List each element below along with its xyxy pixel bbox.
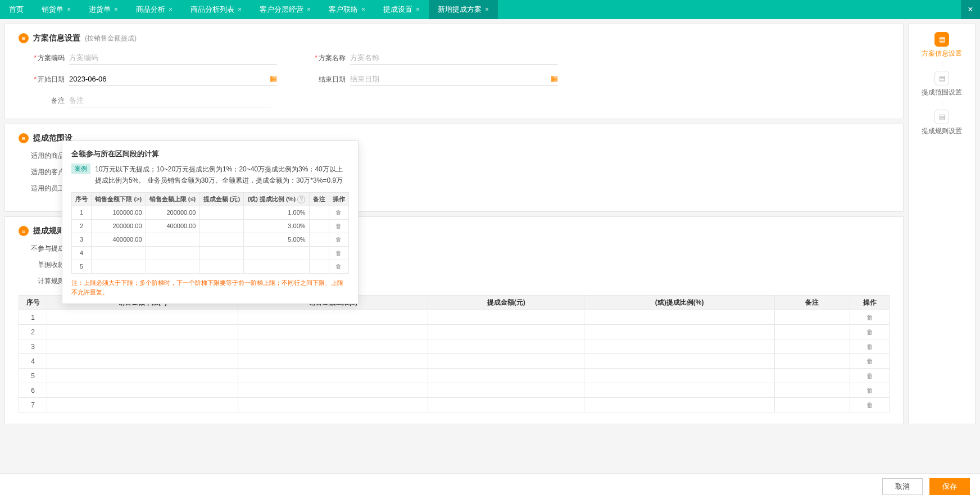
tab-close-icon[interactable]: ×	[307, 6, 311, 13]
help-icon[interactable]: ?	[297, 196, 305, 203]
tab-close-icon[interactable]: ×	[238, 6, 242, 13]
anchor-提成范围设置[interactable]: ▤提成范围设置	[922, 71, 962, 97]
tab-首页[interactable]: 首页	[0, 0, 33, 19]
mini-col-header: 序号	[72, 192, 92, 206]
example-tag: 案例	[71, 164, 90, 174]
mini-col-header: 销售金额上限 (≤)	[146, 192, 199, 206]
remark-input[interactable]	[69, 94, 271, 107]
tab-bar: 首页销货单×进货单×商品分析×商品分析列表×客户分层经营×客户联络×提成设置×新…	[0, 0, 980, 19]
mini-col-header: 销售金额下限 (>)	[92, 192, 146, 206]
trash-icon[interactable]: 🗑	[866, 357, 873, 365]
mini-col-header: 操作	[329, 192, 348, 206]
code-input[interactable]	[69, 51, 277, 65]
section-badge-icon: ≡	[19, 133, 29, 143]
example-text: 10万元以下无提成；10~20万元提成比例为1%；20~40万提成比例为3%；4…	[95, 164, 349, 187]
mini-row: 2200000.00400000.003.00%🗑	[72, 219, 349, 233]
remark-label: 备注	[51, 97, 65, 105]
example-table: 序号销售金额下限 (>)销售金额上限 (≤)提成金额 (元)(或) 提成比例 (…	[71, 192, 349, 274]
trash-icon[interactable]: 🗑	[335, 236, 342, 243]
trash-icon[interactable]: 🗑	[866, 401, 873, 409]
tab-销货单[interactable]: 销货单×	[33, 0, 80, 19]
col-header: 操作	[850, 296, 890, 310]
table-row[interactable]: 3🗑	[19, 339, 890, 354]
tab-商品分析列表[interactable]: 商品分析列表×	[182, 0, 251, 19]
panel-plan-info: ≡ 方案信息设置 (按销售金额提成) *方案编码 *方案名称 *开始日期	[4, 24, 904, 119]
end-label: 结束日期	[319, 75, 346, 83]
anchor-方案信息设置[interactable]: ▤方案信息设置	[922, 32, 962, 58]
rule-table: 序号销售金额下限(>)销售金额上限(≤)提成金额(元)(或)提成比例(%)备注操…	[19, 295, 890, 412]
col-header: 序号	[19, 296, 47, 310]
mini-col-header: 备注	[309, 192, 329, 206]
calendar-icon[interactable]: ▦	[551, 74, 558, 83]
popover-note: 注：上限必须大于下限；多个阶梯时，下一个阶梯下限要等于前一阶梯上限；不同行之间下…	[71, 278, 349, 298]
tab-新增提成方案[interactable]: 新增提成方案×	[429, 0, 498, 19]
col-header: 提成金额(元)	[428, 296, 584, 310]
name-input[interactable]	[350, 51, 558, 65]
section1-subtitle: (按销售金额提成)	[85, 34, 137, 43]
tab-close-icon[interactable]: ×	[169, 6, 173, 13]
table-row[interactable]: 2🗑	[19, 325, 890, 339]
anchor-nav: ▤方案信息设置▤提成范围设置▤提成规则设置	[908, 24, 976, 424]
table-row[interactable]: 4🗑	[19, 354, 890, 369]
anchor-icon: ▤	[934, 32, 949, 47]
tab-客户分层经营[interactable]: 客户分层经营×	[251, 0, 320, 19]
trash-icon[interactable]: 🗑	[866, 387, 873, 394]
start-label: 开始日期	[38, 75, 65, 83]
tab-close-icon[interactable]: ×	[67, 6, 71, 13]
anchor-提成规则设置[interactable]: ▤提成规则设置	[922, 110, 962, 136]
mini-col-header: 提成金额 (元)	[199, 192, 244, 206]
tab-close-icon[interactable]: ×	[361, 6, 365, 13]
trash-icon[interactable]: 🗑	[335, 250, 342, 256]
section1-title: 方案信息设置	[33, 33, 80, 43]
tab-close-icon[interactable]: ×	[416, 6, 420, 13]
start-date-input[interactable]	[69, 72, 277, 86]
example-popover: 全额参与所在区间段的计算 案例 10万元以下无提成；10~20万元提成比例为1%…	[62, 140, 359, 304]
trash-icon[interactable]: 🗑	[866, 314, 873, 321]
table-row[interactable]: 5🗑	[19, 369, 890, 383]
name-label: 方案名称	[319, 54, 346, 62]
tab-商品分析[interactable]: 商品分析×	[127, 0, 182, 19]
mini-row: 4🗑	[72, 246, 349, 260]
code-label: 方案编码	[38, 54, 65, 62]
trash-icon[interactable]: 🗑	[866, 343, 873, 351]
mini-col-header: (或) 提成比例 (%) ?	[244, 192, 309, 206]
table-row[interactable]: 1🗑	[19, 310, 890, 325]
tab-提成设置[interactable]: 提成设置×	[374, 0, 429, 19]
close-all-tabs-button[interactable]: ×	[961, 0, 980, 19]
tab-close-icon[interactable]: ×	[485, 6, 489, 13]
table-row[interactable]: 6🗑	[19, 383, 890, 398]
calendar-icon[interactable]: ▦	[270, 74, 277, 83]
popover-heading: 全额参与所在区间段的计算	[71, 149, 349, 159]
tab-close-icon[interactable]: ×	[114, 6, 118, 13]
trash-icon[interactable]: 🗑	[866, 372, 873, 380]
trash-icon[interactable]: 🗑	[335, 209, 342, 216]
trash-icon[interactable]: 🗑	[866, 328, 873, 336]
end-date-input[interactable]	[350, 72, 558, 86]
mini-row: 3400000.005.00%🗑	[72, 233, 349, 246]
section-badge-icon: ≡	[19, 226, 29, 236]
mini-row: 1100000.00200000.001.00%🗑	[72, 206, 349, 219]
mini-row: 5🗑	[72, 260, 349, 273]
tab-进货单[interactable]: 进货单×	[80, 0, 127, 19]
trash-icon[interactable]: 🗑	[335, 223, 342, 229]
trash-icon[interactable]: 🗑	[335, 263, 342, 270]
section-badge-icon: ≡	[19, 33, 29, 43]
col-header: 备注	[774, 296, 850, 310]
col-header: (或)提成比例(%)	[584, 296, 775, 310]
table-row[interactable]: 7🗑	[19, 398, 890, 412]
anchor-icon: ▤	[934, 71, 949, 85]
tab-客户联络[interactable]: 客户联络×	[320, 0, 374, 19]
anchor-icon: ▤	[934, 110, 949, 124]
